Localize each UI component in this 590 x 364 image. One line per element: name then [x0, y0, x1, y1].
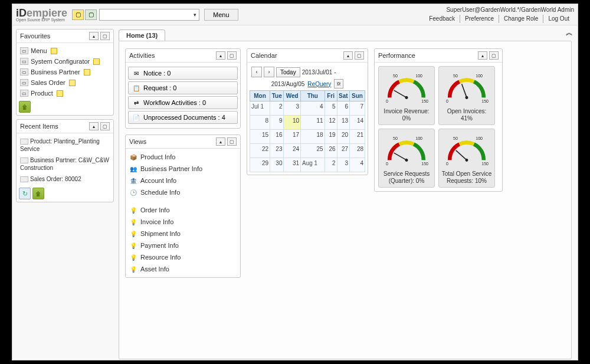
- gauge-caption: Open Invoices: 41%: [441, 108, 492, 122]
- calendar-cell[interactable]: 4: [350, 158, 365, 172]
- calendar-cell[interactable]: 16: [270, 130, 284, 144]
- menu-button[interactable]: Menu: [204, 9, 238, 21]
- calendar-cell[interactable]: 19: [324, 130, 337, 144]
- calendar-cell[interactable]: 28: [350, 144, 365, 158]
- calendar-cell[interactable]: 11: [301, 116, 325, 130]
- layout-icon[interactable]: ▢: [85, 9, 97, 20]
- calendar-cell[interactable]: 30: [270, 158, 284, 172]
- calendar-cell[interactable]: 25: [301, 144, 325, 158]
- activity-button[interactable]: 📋Request : 0: [128, 81, 238, 94]
- calendar-cell[interactable]: 14: [350, 116, 365, 130]
- gauge-card[interactable]: 050100150 Service Requests (Quarter): 0%: [378, 129, 435, 188]
- calendar-cell[interactable]: 2: [324, 158, 337, 172]
- calendar-cell[interactable]: 8: [250, 116, 270, 130]
- calendar-cell[interactable]: 7: [350, 101, 365, 116]
- calendar-dow: Mon: [250, 91, 270, 101]
- collapse-icon[interactable]: ▴: [216, 137, 225, 146]
- requery-link[interactable]: ReQuery: [307, 81, 331, 87]
- calendar-cell[interactable]: 9: [270, 116, 284, 130]
- favourite-item[interactable]: ▭Menu: [19, 45, 111, 56]
- prev-icon[interactable]: ‹: [251, 67, 262, 77]
- view-item[interactable]: Payment Info: [128, 240, 238, 251]
- calendar-cell[interactable]: 3: [284, 101, 301, 116]
- activity-button[interactable]: ⇄Workflow Activities : 0: [128, 96, 238, 109]
- calendar-settings-icon[interactable]: ⛭: [334, 79, 343, 88]
- maximize-icon[interactable]: ▢: [227, 51, 237, 60]
- activity-button[interactable]: 📄Unprocessed Documents : 4: [128, 111, 238, 124]
- recent-item[interactable]: Sales Order: 80002: [19, 173, 111, 185]
- calendar-cell[interactable]: 12: [324, 116, 337, 130]
- view-item[interactable]: 👥Business Partner Info: [128, 163, 238, 175]
- window-icon: [20, 139, 28, 145]
- bulb-icon: [129, 254, 137, 261]
- view-item[interactable]: 🏦Account Info: [128, 175, 238, 186]
- calendar-cell[interactable]: 18: [301, 130, 325, 144]
- refresh-icon[interactable]: ↻: [19, 188, 31, 199]
- calendar-cell[interactable]: 2: [270, 101, 284, 116]
- trash-icon[interactable]: 🗑: [32, 188, 44, 199]
- today-button[interactable]: Today: [276, 67, 300, 77]
- view-item[interactable]: Resource Info: [128, 251, 238, 263]
- link-preference[interactable]: Preference: [460, 15, 499, 23]
- favourite-item[interactable]: ▭Sales Order: [19, 77, 111, 88]
- calendar-cell[interactable]: 24: [284, 144, 301, 158]
- trash-icon[interactable]: 🗑: [19, 101, 31, 113]
- view-item[interactable]: Asset Info: [128, 263, 238, 275]
- new-window-icon[interactable]: ▢: [72, 9, 84, 20]
- calendar-cell[interactable]: 31: [284, 158, 301, 172]
- search-combo[interactable]: [99, 9, 199, 21]
- view-item[interactable]: 📦Product Info: [128, 151, 238, 163]
- view-item[interactable]: Invoice Info: [128, 216, 238, 228]
- tab-home[interactable]: Home (13): [119, 29, 165, 41]
- collapse-icon[interactable]: ▴: [478, 51, 487, 60]
- collapse-icon[interactable]: ▴: [216, 51, 225, 60]
- view-icon: 👥: [129, 165, 137, 172]
- calendar-dow: Thu: [301, 91, 325, 101]
- maximize-icon[interactable]: ▢: [100, 32, 110, 40]
- calendar-cell[interactable]: 27: [337, 144, 350, 158]
- link-feedback[interactable]: Feedback: [424, 15, 460, 23]
- collapse-icon[interactable]: ▴: [89, 32, 99, 40]
- favourite-item[interactable]: ▭System Configurator: [19, 56, 111, 67]
- link-logout[interactable]: Log Out: [543, 15, 574, 23]
- gauge-card[interactable]: 050100150 Total Open Service Requests: 1…: [438, 129, 495, 188]
- collapse-icon[interactable]: ▴: [89, 122, 99, 130]
- recent-title: Recent Items: [20, 123, 58, 130]
- bulb-icon: [129, 206, 137, 214]
- views-panel: Views ▴ ▢ 📦Product Info👥Business Partner…: [125, 135, 241, 278]
- maximize-icon[interactable]: ▢: [489, 51, 499, 60]
- next-icon[interactable]: ›: [264, 67, 274, 77]
- calendar-cell[interactable]: 23: [270, 144, 284, 158]
- calendar-cell[interactable]: 26: [324, 144, 337, 158]
- calendar-cell[interactable]: 21: [350, 130, 365, 144]
- calendar-cell[interactable]: 20: [337, 130, 350, 144]
- gauge-card[interactable]: 050100150 Invoice Revenue: 0%: [378, 66, 435, 125]
- favourite-item[interactable]: ▭Business Partner: [19, 67, 111, 77]
- gauge-card[interactable]: 050100150 Open Invoices: 41%: [438, 66, 495, 125]
- calendar-cell[interactable]: 5: [324, 101, 337, 116]
- calendar-cell[interactable]: 10: [284, 116, 301, 130]
- view-item[interactable]: Shipment Info: [128, 228, 238, 240]
- activity-button[interactable]: ✉Notice : 0: [128, 67, 238, 80]
- calendar-cell[interactable]: Aug 1: [301, 158, 325, 172]
- calendar-cell[interactable]: Jul 1: [250, 101, 270, 116]
- calendar-cell[interactable]: 13: [337, 116, 350, 130]
- maximize-icon[interactable]: ▢: [227, 137, 237, 146]
- calendar-cell[interactable]: 15: [250, 130, 270, 144]
- collapse-icon[interactable]: ▴: [343, 51, 353, 60]
- calendar-cell[interactable]: 22: [250, 144, 270, 158]
- maximize-icon[interactable]: ▢: [355, 51, 364, 60]
- favourite-item[interactable]: ▭Product: [19, 88, 111, 99]
- link-change-role[interactable]: Change Role: [499, 15, 543, 23]
- recent-item[interactable]: Product: Planting_Planting Service: [19, 136, 111, 155]
- collapse-header-icon[interactable]: ︽: [566, 28, 573, 38]
- calendar-cell[interactable]: 4: [301, 101, 325, 116]
- recent-item[interactable]: Business Partner: C&W_C&W Construction: [19, 155, 111, 173]
- calendar-cell[interactable]: 6: [337, 101, 350, 116]
- calendar-cell[interactable]: 29: [250, 158, 270, 172]
- maximize-icon[interactable]: ▢: [100, 122, 110, 130]
- view-item[interactable]: Order Info: [128, 204, 238, 216]
- view-item[interactable]: 🕒Schedule Info: [128, 186, 238, 198]
- calendar-cell[interactable]: 17: [284, 130, 301, 144]
- calendar-cell[interactable]: 3: [337, 158, 350, 172]
